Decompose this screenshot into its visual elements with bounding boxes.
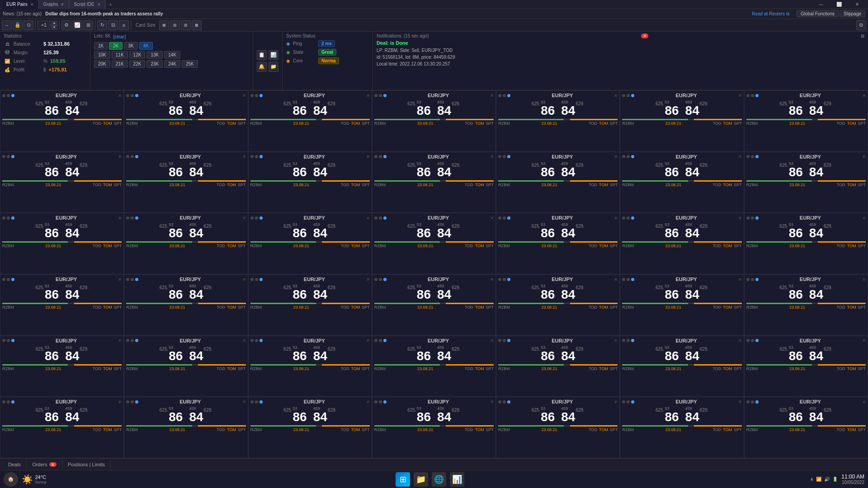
- tag-spt[interactable]: SPT: [858, 427, 866, 432]
- grid-btn-lg[interactable]: ▨: [181, 20, 191, 30]
- tag-spt[interactable]: SPT: [610, 121, 618, 126]
- card-close-btn[interactable]: ✕: [862, 93, 866, 98]
- tag-tom[interactable]: TOM: [351, 121, 360, 126]
- card-close-btn[interactable]: ✕: [862, 154, 866, 159]
- tag-spt[interactable]: SPT: [734, 366, 742, 371]
- tag-tod[interactable]: TOD: [93, 244, 101, 248]
- card-close-btn[interactable]: ✕: [366, 216, 370, 221]
- tag-tom[interactable]: TOM: [103, 366, 112, 371]
- tag-tod[interactable]: TOD: [589, 183, 597, 187]
- pair-card[interactable]: EUR/JPY ✕ 625. 53 86: [0, 90, 124, 152]
- card-close-btn[interactable]: ✕: [490, 216, 494, 221]
- tag-tom[interactable]: TOM: [227, 244, 236, 248]
- tag-spt[interactable]: SPT: [610, 305, 618, 310]
- pair-card[interactable]: EUR/JPY ✕ 625. 53 86: [744, 213, 868, 274]
- pair-card[interactable]: EUR/JPY ✕ 625. 53 86: [248, 397, 372, 458]
- lot-btn-2k[interactable]: 2K: [109, 42, 123, 50]
- tag-tom[interactable]: TOM: [475, 305, 484, 310]
- pair-card[interactable]: EUR/JPY ✕ 625. 53 86: [248, 274, 372, 336]
- tag-tom[interactable]: TOM: [475, 244, 484, 248]
- tag-spt[interactable]: SPT: [238, 121, 246, 126]
- pair-card[interactable]: EUR/JPY ✕ 625. 53 86: [620, 274, 744, 336]
- tag-tod[interactable]: TOD: [589, 366, 597, 371]
- tag-tom[interactable]: TOM: [599, 121, 608, 126]
- tag-tod[interactable]: TOD: [589, 427, 597, 432]
- tag-tom[interactable]: TOM: [103, 183, 112, 187]
- card-close-btn[interactable]: ✕: [490, 154, 494, 159]
- card-close-btn[interactable]: ✕: [490, 93, 494, 98]
- tag-tod[interactable]: TOD: [713, 244, 722, 248]
- tag-spt[interactable]: SPT: [610, 183, 618, 187]
- card-close-btn[interactable]: ✕: [366, 154, 370, 159]
- pair-card[interactable]: EUR/JPY ✕ 625. 53 86: [124, 397, 248, 458]
- tag-spt[interactable]: SPT: [858, 121, 866, 126]
- icon-btn-4[interactable]: 📁: [269, 62, 278, 72]
- tag-tom[interactable]: TOM: [723, 183, 732, 187]
- tag-tom[interactable]: TOM: [599, 244, 608, 248]
- tag-tod[interactable]: TOD: [837, 366, 845, 371]
- toolbar-btn-target[interactable]: ⊙: [24, 20, 33, 30]
- tag-tom[interactable]: TOM: [351, 427, 360, 432]
- tag-tod[interactable]: TOD: [93, 305, 101, 310]
- pair-card[interactable]: EUR/JPY ✕ 625. 53 86: [620, 90, 744, 152]
- pair-card[interactable]: EUR/JPY ✕ 625. 53 86: [248, 336, 372, 397]
- pair-card[interactable]: EUR/JPY ✕ 625. 53 86: [248, 213, 372, 274]
- tag-tod[interactable]: TOD: [465, 121, 473, 126]
- tag-tom[interactable]: TOM: [351, 305, 360, 310]
- card-close-btn[interactable]: ✕: [118, 399, 122, 404]
- tag-tod[interactable]: TOD: [713, 366, 722, 371]
- tag-tom[interactable]: TOM: [227, 121, 236, 126]
- tag-tom[interactable]: TOM: [351, 244, 360, 248]
- pair-card[interactable]: EUR/JPY ✕ 625. 53 86: [744, 397, 868, 458]
- lot-btn-3k[interactable]: 3K: [124, 42, 137, 50]
- pair-card[interactable]: EUR/JPY ✕ 625. 53 86: [372, 274, 496, 336]
- tag-tom[interactable]: TOM: [723, 244, 732, 248]
- tag-tod[interactable]: TOD: [837, 427, 845, 432]
- lots-clear[interactable]: [clear]: [113, 34, 126, 39]
- tag-tod[interactable]: TOD: [837, 305, 845, 310]
- spinner-up[interactable]: ▲: [51, 21, 57, 25]
- tab-eur-pairs[interactable]: EUR Pairs ✕: [2, 0, 39, 9]
- slippage-button[interactable]: Slippage: [840, 10, 865, 17]
- tag-tod[interactable]: TOD: [713, 183, 722, 187]
- pair-card[interactable]: EUR/JPY ✕ 625. 53 86: [0, 213, 124, 274]
- card-close-btn[interactable]: ✕: [738, 338, 742, 343]
- tag-tod[interactable]: TOD: [713, 305, 722, 310]
- tag-tod[interactable]: TOD: [341, 366, 349, 371]
- icon-btn-2[interactable]: 📊: [269, 50, 278, 60]
- lot-btn-13k[interactable]: 13K: [146, 51, 163, 59]
- tag-tod[interactable]: TOD: [341, 305, 349, 310]
- tag-spt[interactable]: SPT: [734, 121, 742, 126]
- tag-tom[interactable]: TOM: [599, 183, 608, 187]
- tag-tom[interactable]: TOM: [475, 121, 484, 126]
- toolbar-btn-arrow[interactable]: →: [2, 20, 12, 30]
- pair-card[interactable]: EUR/JPY ✕ 625. 53 86: [124, 274, 248, 336]
- tag-spt[interactable]: SPT: [114, 427, 122, 432]
- pair-card[interactable]: EUR/JPY ✕ 625. 53 86: [744, 274, 868, 336]
- tag-tod[interactable]: TOD: [217, 244, 225, 248]
- tray-expand[interactable]: ∧: [810, 477, 813, 482]
- pair-card[interactable]: EUR/JPY ✕ 625. 53 86: [620, 397, 744, 458]
- minimize-button[interactable]: —: [812, 0, 830, 9]
- pair-card[interactable]: EUR/JPY ✕ 625. 53 86: [0, 397, 124, 458]
- pair-card[interactable]: EUR/JPY ✕ 625. 53 86: [372, 152, 496, 213]
- pair-card[interactable]: EUR/JPY ✕ 625. 53 86: [372, 213, 496, 274]
- card-close-btn[interactable]: ✕: [614, 93, 618, 98]
- pair-card[interactable]: EUR/JPY ✕ 625. 53 86: [496, 152, 620, 213]
- tag-tod[interactable]: TOD: [837, 121, 845, 126]
- tag-spt[interactable]: SPT: [362, 183, 370, 187]
- tag-tod[interactable]: TOD: [341, 121, 349, 126]
- toolbar-btn-grid[interactable]: ⊟: [108, 20, 118, 30]
- card-close-btn[interactable]: ✕: [242, 399, 246, 404]
- toolbar-btn-table[interactable]: ⊞: [83, 20, 93, 30]
- card-close-btn[interactable]: ✕: [118, 216, 122, 221]
- tag-tom[interactable]: TOM: [847, 366, 856, 371]
- tag-spt[interactable]: SPT: [114, 121, 122, 126]
- tag-tod[interactable]: TOD: [713, 121, 722, 126]
- pair-card[interactable]: EUR/JPY ✕ 625. 53 86: [124, 90, 248, 152]
- tag-tod[interactable]: TOD: [93, 183, 101, 187]
- tag-spt[interactable]: SPT: [238, 183, 246, 187]
- tag-spt[interactable]: SPT: [362, 244, 370, 248]
- card-close-btn[interactable]: ✕: [366, 338, 370, 343]
- tag-tod[interactable]: TOD: [837, 183, 845, 187]
